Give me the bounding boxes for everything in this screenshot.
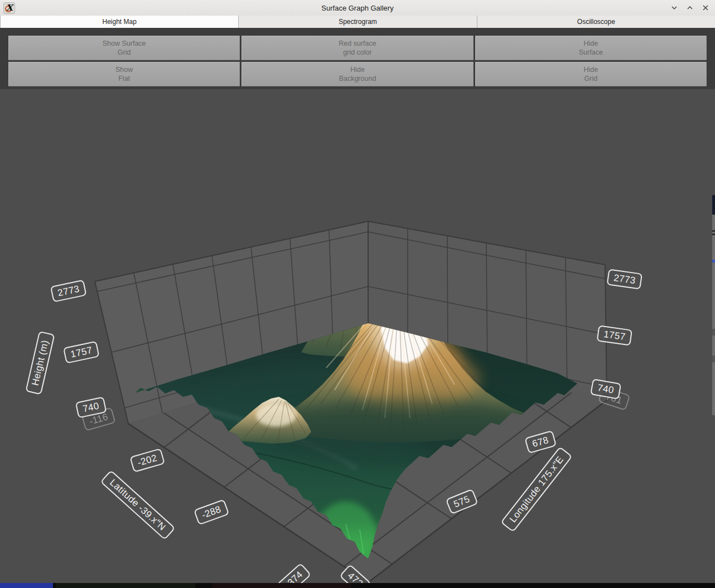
surface-plot-view[interactable]: 2773 1757 740 Height (m) -116 -202 -288 …: [0, 89, 715, 583]
button-label: Background: [339, 74, 376, 83]
button-label: Grid: [584, 74, 598, 83]
chevron-up-icon: [686, 4, 694, 12]
window-titlebar[interactable]: X Surface Graph Gallery: [0, 0, 715, 16]
button-label: Show Surface: [103, 39, 146, 48]
show-flat-button[interactable]: Show Flat: [8, 62, 240, 86]
button-label: Surface: [579, 48, 603, 57]
bottom-screen-edge: [0, 583, 715, 588]
surface-grid-color-button[interactable]: Red surface grid color: [241, 36, 473, 60]
toolbar: Show Surface Grid Red surface grid color…: [0, 28, 715, 89]
show-surface-grid-button[interactable]: Show Surface Grid: [8, 36, 240, 60]
background-window-sliver: [712, 195, 715, 215]
toolbar-row-1: Show Surface Grid Red surface grid color…: [8, 36, 707, 60]
taskbar-fragment: [0, 583, 53, 588]
window-controls: [669, 0, 711, 16]
window-title: Surface Graph Gallery: [0, 4, 715, 12]
button-label: Hide: [583, 65, 598, 74]
wallpaper-fragment: [56, 583, 195, 588]
chevron-down-icon: [670, 4, 678, 12]
button-label: Red surface: [339, 39, 376, 48]
tab-oscilloscope[interactable]: Oscilloscope: [477, 16, 715, 28]
background-window-sliver: [712, 356, 715, 362]
background-window-sliver: [712, 230, 715, 232]
tab-spectrogram[interactable]: Spectrogram: [239, 16, 477, 28]
close-button[interactable]: [700, 3, 711, 13]
hide-grid-button[interactable]: Hide Grid: [475, 62, 707, 86]
button-label: grid color: [343, 48, 371, 57]
hide-background-button[interactable]: Hide Background: [241, 62, 473, 86]
background-window-sliver: [712, 215, 715, 415]
shade-button[interactable]: [669, 3, 679, 13]
tab-height-map[interactable]: Height Map: [0, 16, 239, 28]
tab-bar: Height Map Spectrogram Oscilloscope: [0, 16, 715, 28]
background-window-sliver: [712, 234, 715, 235]
button-label: Hide: [350, 65, 365, 74]
maximize-button[interactable]: [685, 3, 695, 13]
button-label: Flat: [118, 74, 130, 83]
button-label: Grid: [118, 48, 131, 57]
close-icon: [702, 4, 709, 12]
background-window-sliver: [712, 329, 715, 336]
toolbar-row-2: Show Flat Hide Background Hide Grid: [8, 62, 707, 86]
background-window-sliver: [712, 260, 715, 263]
wallpaper-fragment: [212, 583, 351, 588]
button-label: Show: [115, 65, 133, 74]
hide-surface-button[interactable]: Hide Surface: [475, 36, 707, 60]
button-label: Hide: [583, 39, 598, 48]
